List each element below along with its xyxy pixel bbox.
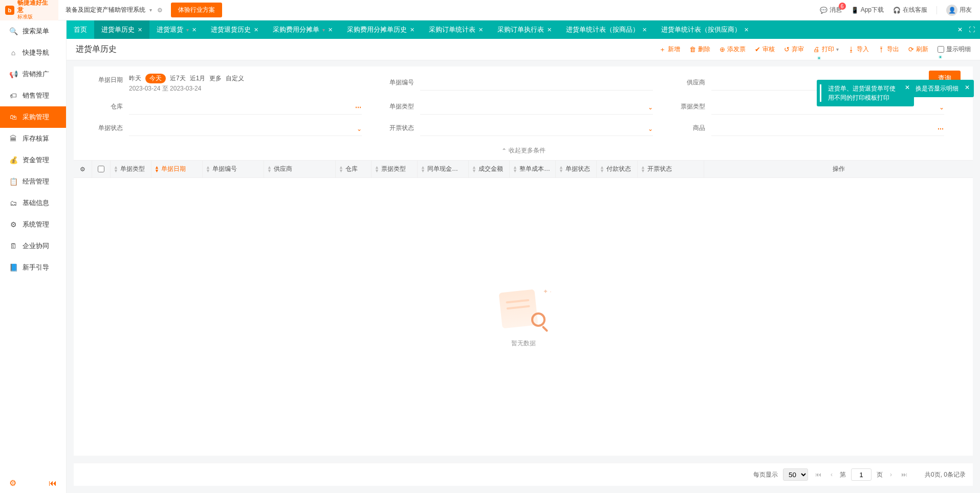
undo-icon: ↺ <box>784 46 790 53</box>
tab-cost-alloc-history[interactable]: 采购费用分摊单历史✕ <box>340 20 422 39</box>
audit-button[interactable]: ✔审核 <box>755 45 775 54</box>
product-input[interactable]: ⋯ <box>711 122 944 136</box>
messages-button[interactable]: 💬 消息 6 <box>820 6 842 14</box>
per-page-select[interactable]: 50 <box>783 468 808 481</box>
invoice-status-select[interactable]: ⌄ <box>420 122 653 136</box>
sidebar-item-operation[interactable]: 📋经营管理 <box>0 171 66 192</box>
tab-home[interactable]: 首页 <box>67 20 94 39</box>
sort-icon: ▲▼ <box>114 166 118 173</box>
export-button[interactable]: ⭱导出 <box>878 45 899 54</box>
sidebar-item-marketing[interactable]: 📢营销推广 <box>0 63 66 85</box>
close-icon[interactable]: ✕ <box>965 83 970 92</box>
tab-po-exec[interactable]: 采购订单执行表✕ <box>490 20 559 39</box>
doc-no-input[interactable] <box>420 76 653 91</box>
gear-icon[interactable]: ⚙ <box>157 7 163 14</box>
tab-purchase-history[interactable]: 进货单历史✕ <box>94 20 149 39</box>
close-icon[interactable]: ✕ <box>328 27 333 33</box>
app-download-button[interactable]: 📱 App下载 <box>851 6 884 14</box>
tab-purchase-return-history[interactable]: 进货退货历史✕ <box>204 20 266 39</box>
close-icon[interactable]: ✕ <box>744 27 749 33</box>
customer-service-button[interactable]: 🎧 在线客服 <box>893 6 927 14</box>
system-selector[interactable]: 装备及固定资产辅助管理系统 ▾ <box>66 6 152 14</box>
tip-anchor-icon <box>939 55 942 59</box>
sidebar-item-guide[interactable]: 📘新手引导 <box>0 257 66 278</box>
col-amount[interactable]: ▲▼成交金额 <box>469 161 510 177</box>
prev-page-button[interactable]: ‹ <box>829 471 835 478</box>
col-supplier[interactable]: ▲▼供应商 <box>264 161 336 177</box>
close-all-tabs-icon[interactable]: ✕ <box>957 26 963 33</box>
unaudit-button[interactable]: ↺弃审 <box>784 45 804 54</box>
show-detail-toggle[interactable]: 显示明细 <box>938 45 971 54</box>
import-button[interactable]: ⭳导入 <box>848 45 869 54</box>
sort-icon: ▲▼ <box>513 166 517 173</box>
last-page-button[interactable]: ⏭ <box>899 471 909 478</box>
check-icon: ✔ <box>755 46 760 53</box>
date-opt-custom[interactable]: 自定义 <box>226 74 244 83</box>
date-opt-today[interactable]: 今天 <box>145 74 166 83</box>
sidebar-item-basedata[interactable]: 🗂基础信息 <box>0 192 66 214</box>
experience-plan-button[interactable]: 体验行业方案 <box>171 3 222 17</box>
sidebar-item-system[interactable]: ⚙系统管理 <box>0 214 66 235</box>
col-doc-date[interactable]: ▲▼单据日期 <box>151 161 203 177</box>
print-button[interactable]: 🖨打印▾ <box>813 45 839 54</box>
close-icon[interactable]: ✕ <box>192 27 197 33</box>
show-detail-checkbox[interactable] <box>938 46 944 53</box>
top-header: b 畅捷通好生意 标准版 装备及固定资产辅助管理系统 ▾ ⚙ 体验行业方案 💬 … <box>0 0 980 20</box>
column-settings-button[interactable]: ⚙ <box>74 161 92 177</box>
collapse-sidebar-icon[interactable]: ⏮ <box>49 479 57 488</box>
col-invoice-status[interactable]: ▲▼开票状态 <box>638 161 704 177</box>
col-warehouse[interactable]: ▲▼仓库 <box>336 161 372 177</box>
warehouse-input[interactable]: ⋯ <box>129 100 362 115</box>
col-cost[interactable]: ▲▼整单成本… <box>510 161 556 177</box>
page-input[interactable] <box>851 468 872 481</box>
col-cash[interactable]: ▲▼同单现金… <box>418 161 469 177</box>
add-invoice-button[interactable]: ⊕添发票 <box>720 45 746 54</box>
collapse-filters-button[interactable]: ⌃ 收起更多条件 <box>86 143 961 160</box>
close-icon[interactable]: ✕ <box>642 27 647 33</box>
tab-purchase-return[interactable]: 进货退货▾✕ <box>149 20 204 39</box>
settings-footer-icon[interactable]: ⚙ <box>9 478 16 488</box>
user-menu[interactable]: 👤 用友 <box>946 5 972 16</box>
sidebar-item-finance[interactable]: 💰资金管理 <box>0 149 66 171</box>
chevron-down-icon: ▾ <box>149 7 152 13</box>
tab-stats-supplier[interactable]: 进货单统计表（按供应商）✕ <box>654 20 756 39</box>
doc-type-select[interactable]: ⌄ <box>420 100 653 115</box>
close-icon[interactable]: ✕ <box>478 27 483 33</box>
tab-stats-product[interactable]: 进货单统计表（按商品）✕ <box>559 20 654 39</box>
add-button[interactable]: ＋新增 <box>659 45 680 54</box>
date-opt-7d[interactable]: 近7天 <box>170 74 186 83</box>
tab-cost-alloc[interactable]: 采购费用分摊单▾✕ <box>266 20 340 39</box>
col-doc-type[interactable]: ▲▼单据类型 <box>111 161 151 177</box>
col-invoice-type[interactable]: ▲▼票据类型 <box>372 161 418 177</box>
close-icon[interactable]: ✕ <box>138 27 142 33</box>
col-doc-status[interactable]: ▲▼单据状态 <box>556 161 597 177</box>
sidebar-item-inventory[interactable]: 🏛库存核算 <box>0 128 66 149</box>
select-all-checkbox[interactable] <box>92 161 111 177</box>
refresh-button[interactable]: ⟳刷新 <box>908 45 928 54</box>
col-doc-no[interactable]: ▲▼单据编号 <box>203 161 264 177</box>
first-page-button[interactable]: ⏮ <box>813 471 823 478</box>
date-opt-yesterday[interactable]: 昨天 <box>129 74 141 83</box>
book-icon: 📘 <box>9 263 17 272</box>
delete-button[interactable]: 🗑删除 <box>689 45 710 54</box>
close-icon[interactable]: ✕ <box>410 27 415 33</box>
sidebar-item-purchase[interactable]: 🛍采购管理 <box>0 106 66 128</box>
doc-status-select[interactable]: ⌄ <box>129 122 362 136</box>
sidebar-item-quicknav[interactable]: ⌂快捷导航 <box>0 42 66 63</box>
col-pay-status[interactable]: ▲▼付款状态 <box>597 161 638 177</box>
next-page-button[interactable]: › <box>888 471 894 478</box>
sidebar-item-search[interactable]: 🔍搜索菜单 <box>0 20 66 42</box>
sidebar-item-sales[interactable]: 🏷销售管理 <box>0 85 66 106</box>
close-icon[interactable]: ✕ <box>254 27 258 33</box>
sidebar-item-collab[interactable]: 🗓企业协同 <box>0 235 66 257</box>
fullscreen-icon[interactable]: ⛶ <box>969 26 975 33</box>
logo-mark-icon: b <box>5 6 14 15</box>
date-opt-1m[interactable]: 近1月 <box>190 74 206 83</box>
system-selector-label: 装备及固定资产辅助管理系统 <box>66 6 145 14</box>
date-opt-more[interactable]: 更多 <box>209 74 222 83</box>
close-icon[interactable]: ✕ <box>547 27 552 33</box>
tab-po-stats[interactable]: 采购订单统计表✕ <box>422 20 490 39</box>
brand-edition: 标准版 <box>17 13 53 20</box>
sort-icon: ▲▼ <box>421 166 425 173</box>
invoice-status-label: 开票状态 <box>377 122 414 132</box>
